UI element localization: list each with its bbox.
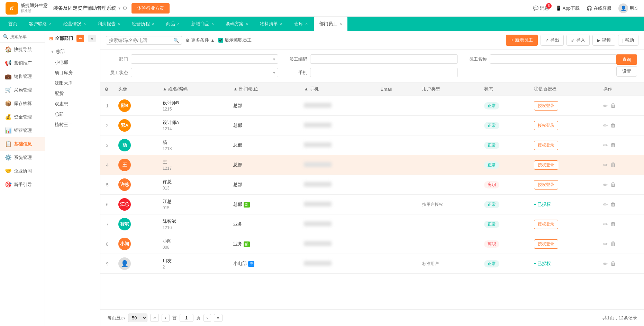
help-btn[interactable]: | 帮助 bbox=[618, 35, 638, 46]
nav-tab-close-仓库[interactable]: × bbox=[305, 21, 308, 26]
nav-tab-新增商品[interactable]: 新增商品× bbox=[186, 17, 219, 31]
prev-page-btn[interactable]: ‹ bbox=[162, 314, 169, 322]
more-conditions-btn[interactable]: ⚙ 更多条件 ▲ bbox=[185, 37, 215, 43]
nav-tab-close-利润报告[interactable]: × bbox=[118, 21, 120, 26]
online-service-btn[interactable]: 🎧 在线客服 bbox=[587, 5, 611, 11]
delete-icon[interactable]: 🗑 bbox=[610, 241, 616, 247]
nav-tab-部门员工[interactable]: 部门员工× bbox=[314, 17, 347, 31]
dept-child-shuangxuxiang[interactable]: 双虚想 bbox=[45, 99, 100, 109]
nav-tab-close-客户联络[interactable]: × bbox=[49, 21, 52, 26]
trial-button[interactable]: 体验行业方案 bbox=[131, 3, 170, 14]
dept-select[interactable] bbox=[131, 55, 278, 63]
dept-child-xiaodianbu[interactable]: 小电部 bbox=[45, 57, 100, 68]
auth-btn[interactable]: 授权登录 bbox=[534, 160, 558, 170]
edit-icon[interactable]: ✏ bbox=[603, 142, 608, 149]
dept-child-zhishuwanger[interactable]: 植树王二 bbox=[45, 120, 100, 130]
nav-tab-条码方案[interactable]: 条码方案× bbox=[220, 17, 254, 31]
cell-auth[interactable]: 授权登录 bbox=[530, 96, 599, 116]
emp-code-input[interactable] bbox=[310, 54, 457, 64]
search-input[interactable] bbox=[109, 38, 171, 43]
status-select-wrapper[interactable] bbox=[131, 68, 278, 77]
sidebar-item-6[interactable]: 💰资金管理 bbox=[0, 110, 45, 124]
emp-name-input[interactable] bbox=[490, 54, 637, 64]
delete-icon[interactable]: 🗑 bbox=[610, 103, 616, 109]
status-select[interactable] bbox=[131, 68, 278, 77]
show-resigned-check[interactable]: 显示离职员工 bbox=[218, 37, 252, 43]
sidebar-item-3[interactable]: 💼销售管理 bbox=[0, 70, 45, 83]
nav-tab-close-经营历程[interactable]: × bbox=[152, 21, 154, 26]
query-btn[interactable]: 查询 bbox=[616, 54, 637, 65]
edit-icon[interactable]: ✏ bbox=[603, 261, 608, 267]
dept-child-peihuo[interactable]: 配货 bbox=[45, 88, 100, 99]
sidebar-item-4[interactable]: 🛒采购管理 bbox=[0, 83, 45, 97]
nav-tab-close-新增商品[interactable]: × bbox=[211, 21, 214, 26]
sidebar-search-input[interactable] bbox=[10, 34, 42, 39]
message-btn[interactable]: 💬 消息 6 bbox=[533, 5, 549, 11]
col-name-code[interactable]: ▲ 姓名/编码 bbox=[158, 82, 229, 96]
edit-icon[interactable]: ✏ bbox=[603, 122, 608, 129]
edit-icon[interactable]: ✏ bbox=[603, 221, 608, 228]
delete-icon[interactable]: 🗑 bbox=[610, 142, 616, 148]
cell-auth[interactable]: •已授权 bbox=[530, 195, 599, 214]
import-btn[interactable]: ↙ 导入 bbox=[566, 35, 590, 46]
delete-icon[interactable]: 🗑 bbox=[610, 261, 616, 267]
dept-select-wrapper[interactable] bbox=[131, 54, 278, 64]
auth-btn[interactable]: 授权登录 bbox=[534, 220, 558, 229]
delete-icon[interactable]: 🗑 bbox=[610, 122, 616, 129]
search-icon[interactable]: 🔍 bbox=[173, 38, 179, 43]
edit-icon[interactable]: ✏ bbox=[603, 241, 608, 247]
col-phone[interactable]: ▲ 手机 bbox=[300, 82, 376, 96]
cell-auth[interactable]: 授权登录 bbox=[530, 155, 599, 175]
dept-child-shenyangdaku[interactable]: 沈阳大库 bbox=[45, 78, 100, 88]
nav-tab-经营历程[interactable]: 经营历程× bbox=[126, 17, 160, 31]
edit-icon[interactable]: ✏ bbox=[603, 182, 608, 188]
nav-tab-close-部门员工[interactable]: × bbox=[339, 21, 342, 26]
sidebar-item-9[interactable]: ⚙️系统管理 bbox=[0, 151, 45, 164]
page-size-select[interactable]: 50 20 100 bbox=[128, 314, 147, 322]
col-settings[interactable]: ⚙ bbox=[100, 82, 114, 96]
sidebar-item-10[interactable]: 🤝企业协同 bbox=[0, 164, 45, 178]
cell-auth[interactable]: 授权登录 bbox=[530, 116, 599, 135]
nav-tab-仓库[interactable]: 仓库× bbox=[289, 17, 313, 31]
app-download-btn[interactable]: 📱 App下载 bbox=[556, 5, 580, 11]
dept-child-zongbu[interactable]: 总部 bbox=[45, 109, 100, 120]
delete-icon[interactable]: 🗑 bbox=[610, 162, 616, 168]
delete-icon[interactable]: 🗑 bbox=[610, 201, 616, 208]
sidebar-item-1[interactable]: 🏠快捷导航 bbox=[0, 43, 45, 56]
nav-tab-物料清单[interactable]: 物料清单× bbox=[254, 17, 288, 31]
nav-tab-首页[interactable]: 首页 bbox=[3, 17, 23, 31]
auth-btn[interactable]: 授权登录 bbox=[534, 121, 558, 130]
cell-auth[interactable]: 授权登录 bbox=[530, 234, 599, 254]
auth-btn[interactable]: 授权登录 bbox=[534, 101, 558, 111]
dept-collapse-btn[interactable]: « bbox=[88, 35, 96, 42]
last-page-btn[interactable]: » bbox=[214, 314, 223, 322]
col-dept-position[interactable]: ▲ 部门/职位 bbox=[229, 82, 300, 96]
edit-icon[interactable]: ✏ bbox=[603, 162, 608, 168]
cell-auth[interactable]: 授权登录 bbox=[530, 135, 599, 155]
auth-btn[interactable]: 授权登录 bbox=[534, 239, 558, 249]
nav-tab-close-物料清单[interactable]: × bbox=[280, 21, 282, 26]
sidebar-item-5[interactable]: 📦库存核算 bbox=[0, 97, 45, 110]
nav-tab-close-经营情况[interactable]: × bbox=[83, 21, 86, 26]
sidebar-item-11[interactable]: 🎯新手引导 bbox=[0, 178, 45, 191]
delete-icon[interactable]: 🗑 bbox=[610, 182, 616, 188]
edit-icon[interactable]: ✏ bbox=[603, 103, 608, 109]
sidebar-item-8[interactable]: 📋基础信息 bbox=[0, 137, 45, 151]
nav-tab-经营情况[interactable]: 经营情况× bbox=[58, 17, 91, 31]
delete-icon[interactable]: 🗑 bbox=[610, 221, 616, 227]
user-area[interactable]: 👤 用友 bbox=[618, 3, 638, 13]
sidebar-search-area[interactable]: 🔍 bbox=[0, 31, 45, 43]
nav-tab-商品[interactable]: 商品× bbox=[161, 17, 185, 31]
sidebar-item-2[interactable]: 📢营销推广 bbox=[0, 56, 45, 70]
cell-auth[interactable]: •已授权 bbox=[530, 254, 599, 274]
nav-tab-close-条码方案[interactable]: × bbox=[246, 21, 248, 26]
auth-btn[interactable]: 授权登录 bbox=[534, 180, 558, 190]
edit-icon[interactable]: ✏ bbox=[603, 201, 608, 208]
nav-tab-利润报告[interactable]: 利润报告× bbox=[92, 17, 126, 31]
auth-btn[interactable]: 授权登录 bbox=[534, 141, 558, 150]
add-employee-btn[interactable]: + 新增员工 bbox=[506, 35, 537, 46]
export-btn[interactable]: ↗ 导出 bbox=[541, 35, 564, 46]
gear-icon[interactable]: ⚙ bbox=[123, 5, 127, 11]
dept-node-root[interactable]: ▼ 总部 bbox=[45, 46, 100, 57]
dept-child-xiangmulifang[interactable]: 项目库房 bbox=[45, 68, 100, 78]
